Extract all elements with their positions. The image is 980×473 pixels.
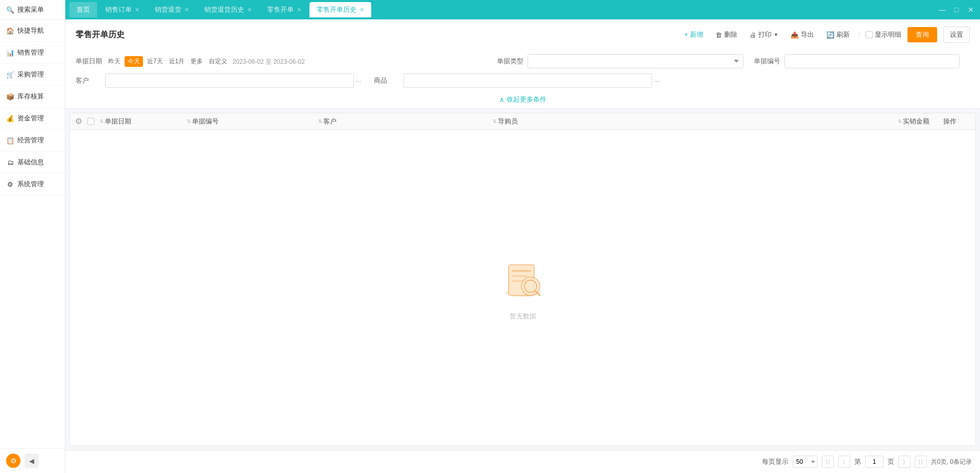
col-no[interactable]: ⇅ 单据编号 [187,117,318,126]
shortcut-yesterday[interactable]: 昨天 [106,56,123,67]
sidebar-search[interactable]: 🔍 搜索采单 [0,0,65,20]
order-type-label: 单据类型 [497,57,523,66]
sidebar-item-label: 系统管理 [17,180,44,189]
page-word: 第 [854,457,861,466]
sidebar-item-quick-nav[interactable]: 🏠 快捷导航 [0,20,65,42]
sort-icon: ⇅ [187,119,191,124]
close-button[interactable]: ✕ [966,5,976,15]
col-customer[interactable]: ⇅ 客户 [318,117,493,126]
select-all-checkbox[interactable] [87,118,94,125]
settings-button[interactable]: ⚙ [6,454,20,468]
minimize-button[interactable]: — [937,5,947,15]
shortcut-custom[interactable]: 自定义 [207,56,229,67]
print-icon: 🖨 [750,31,756,39]
order-no-input[interactable] [784,54,960,68]
col-date[interactable]: ⇅ 单据日期 [100,117,187,126]
window-controls: — □ ✕ [937,5,976,15]
shortcut-more[interactable]: 更多 [188,56,205,67]
sidebar-item-label: 销售管理 [17,48,44,57]
tab-sales-order[interactable]: 销售订单 ✕ [98,2,147,17]
sidebar-bottom: ⚙ ◀ [0,448,65,473]
sort-icon: ⇅ [100,119,104,124]
order-no-label: 单据编号 [754,57,780,66]
product-label: 商品 [374,76,399,85]
sidebar-item-finance[interactable]: 💰 资金管理 [0,108,65,130]
tab-bar: 首页 销售订单 ✕ 销货退货 ✕ 销货退货历史 ✕ 零售开单 ✕ 零售开单历史 … [65,0,980,19]
next-page-button[interactable]: ⟩ [898,456,911,468]
tab-retail-open-history[interactable]: 零售开单历史 ✕ [309,2,371,17]
tab-sales-return-history[interactable]: 销货退货历史 ✕ [197,2,259,17]
customer-input[interactable] [105,73,354,88]
show-detail-label: 显示明细 [875,30,901,39]
delete-icon: 🗑 [715,31,722,39]
clipboard-icon: 📋 [6,137,14,144]
shortcut-1month[interactable]: 近1月 [167,56,187,67]
refresh-icon: 🔄 [826,31,834,39]
sort-icon: ⇅ [493,119,497,124]
main-area: 首页 销售订单 ✕ 销货退货 ✕ 销货退货历史 ✕ 零售开单 ✕ 零售开单历史 … [65,0,980,473]
sort-icon: ⇅ [318,119,322,124]
gear-icon: ⚙ [6,181,14,188]
shortcut-7days[interactable]: 近7天 [145,56,165,67]
filter-settings-button[interactable]: 设置 [943,27,970,43]
col-guide[interactable]: ⇅ 导购员 [493,117,580,126]
query-label: 查询 [916,31,929,38]
collapse-filter-label: 收起更多条件 [507,95,546,104]
tab-home[interactable]: 首页 [69,2,97,17]
collapse-filter-button[interactable]: ∧ 收起更多条件 [76,93,970,108]
page-title-row: 零售开单历史 + 新增 🗑 删除 🖨 打印 ▼ 📤 [76,27,970,43]
add-button[interactable]: + 新增 [681,28,706,41]
customer-search-icon[interactable]: ··· [354,77,364,85]
sidebar-item-label: 采购管理 [17,70,44,79]
first-page-button[interactable]: ⟨⟨ [822,456,834,468]
page-title: 零售开单历史 [76,30,125,40]
sidebar-item-purchase-mgmt[interactable]: 🛒 采购管理 [0,64,65,86]
tab-close-icon[interactable]: ✕ [297,7,301,13]
order-type-select[interactable] [528,54,744,68]
page-number-input[interactable] [865,456,883,468]
toolbar: + 新增 🗑 删除 🖨 打印 ▼ 📤 导出 [681,27,970,43]
filter-row-2: 客户 ··· 商品 ··· [76,73,970,88]
page-label: 页 [888,457,894,466]
sidebar-item-sales-mgmt[interactable]: 📊 销售管理 [0,42,65,64]
last-page-button[interactable]: ⟩⟩ [915,456,927,468]
home-icon: 🏠 [6,27,14,35]
print-label: 打印 [758,30,772,39]
col-amount[interactable]: ⇅ 实销金额 [842,117,929,126]
print-button[interactable]: 🖨 打印 ▼ [747,28,781,41]
empty-state: 暂无数据 [70,130,975,445]
table-settings-icon[interactable]: ⚙ [75,116,82,126]
refresh-button[interactable]: 🔄 刷新 [823,28,853,41]
shortcut-today[interactable]: 今天 [125,56,143,67]
tab-close-icon[interactable]: ✕ [184,7,189,13]
sidebar-item-operations[interactable]: 📋 经营管理 [0,130,65,152]
export-button[interactable]: 📤 导出 [787,28,817,41]
chart-icon: 📊 [6,49,14,57]
tab-retail-open[interactable]: 零售开单 ✕ [260,2,308,17]
sidebar-item-label: 库存核算 [17,92,44,101]
query-button[interactable]: 查询 [907,27,937,42]
tab-sales-return[interactable]: 销货退货 ✕ [148,2,196,17]
sidebar-collapse-button[interactable]: ◀ [25,454,39,468]
page-size-select[interactable]: 50 10 20 100 [793,456,818,468]
sidebar-item-sys-mgmt[interactable]: ⚙ 系统管理 [0,173,65,195]
folder-icon: 🗂 [6,159,14,166]
sidebar-item-label: 资金管理 [17,114,44,123]
page-header: 零售开单历史 + 新增 🗑 删除 🖨 打印 ▼ 📤 [65,19,980,109]
sidebar-item-base-info[interactable]: 🗂 基础信息 [0,152,65,173]
date-range-display: 2023-06-02 至 2023-06-02 [232,58,304,66]
tab-close-icon[interactable]: ✕ [135,7,139,13]
prev-page-button[interactable]: ⟨ [838,456,850,468]
tab-close-icon[interactable]: ✕ [247,7,252,13]
svg-rect-2 [512,270,531,272]
tab-close-icon[interactable]: ✕ [360,7,364,13]
sidebar: 🔍 搜索采单 🏠 快捷导航 📊 销售管理 🛒 采购管理 📦 库存核算 💰 资金管… [0,0,65,473]
product-search-icon[interactable]: ··· [652,77,662,85]
maximize-button[interactable]: □ [951,5,962,15]
sidebar-item-inventory[interactable]: 📦 库存核算 [0,86,65,108]
tab-sales-return-label: 销货退货 [155,5,181,14]
show-detail-check-icon [866,31,873,38]
show-detail-checkbox[interactable]: 显示明细 [866,30,901,39]
delete-button[interactable]: 🗑 删除 [712,28,740,41]
product-input[interactable] [403,73,652,88]
